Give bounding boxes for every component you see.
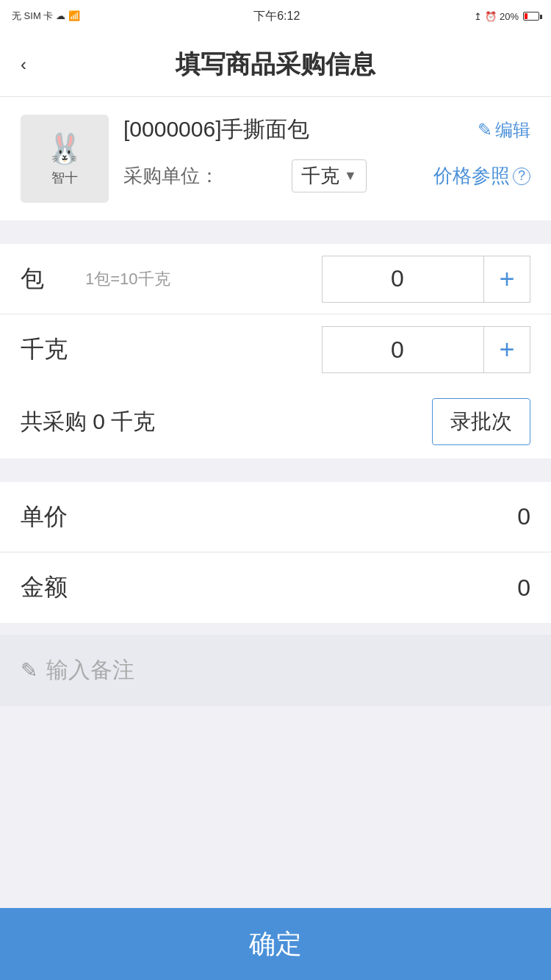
- price-reference-button[interactable]: 价格参照 ?: [433, 163, 530, 189]
- purchase-unit-label: 采购单位：: [123, 163, 219, 189]
- amount-label: 金额: [21, 572, 68, 604]
- battery-icon: [523, 12, 539, 21]
- kg-field-wrapper: +: [322, 326, 530, 373]
- input-section: 包 1包=10千克 + 千克 +: [0, 244, 551, 385]
- total-text: 共采购 0 千克: [21, 407, 155, 437]
- status-right: ↥ ⏰ 20%: [474, 11, 539, 22]
- product-owl-label: 智十: [51, 169, 78, 187]
- pack-plus-button[interactable]: +: [483, 256, 530, 303]
- pack-label: 包: [21, 263, 79, 295]
- dropdown-arrow-icon: ▼: [344, 168, 357, 184]
- confirm-label: 确定: [249, 926, 302, 962]
- product-name: [0000006]手撕面包: [123, 115, 309, 145]
- record-batch-button[interactable]: 录批次: [432, 398, 530, 445]
- unit-price-row: 单价 0: [0, 482, 551, 552]
- product-thumbnail: 🐰 智十: [21, 115, 109, 203]
- unit-price-label: 单价: [21, 501, 68, 533]
- back-button[interactable]: ‹: [21, 54, 26, 75]
- unit-price-value: 0: [517, 503, 530, 530]
- page-title: 填写商品采购信息: [176, 48, 375, 82]
- product-card: 🐰 智十 [0000006]手撕面包 ✎ 编辑 采购单位： 千克 ▼ 价格参照 …: [0, 97, 551, 220]
- total-section: 共采购 0 千克 录批次: [0, 385, 551, 458]
- kg-input-row: 千克 +: [0, 314, 551, 385]
- kg-label: 千克: [21, 334, 79, 366]
- edit-button[interactable]: ✎ 编辑: [478, 118, 530, 142]
- edit-icon: ✎: [478, 120, 492, 140]
- pack-field-wrapper: +: [322, 256, 530, 303]
- status-time: 下午6:12: [253, 9, 300, 24]
- product-info: [0000006]手撕面包 ✎ 编辑 采购单位： 千克 ▼ 价格参照 ?: [123, 115, 530, 192]
- pack-sub-label: 1包=10千克: [85, 268, 322, 290]
- nav-bar: ‹ 填写商品采购信息: [0, 32, 551, 97]
- amount-value: 0: [517, 574, 530, 602]
- pack-quantity-input[interactable]: [322, 256, 483, 303]
- price-section: 单价 0 金额 0: [0, 482, 551, 623]
- battery-percent: 20%: [500, 11, 519, 22]
- kg-plus-button[interactable]: +: [483, 326, 530, 373]
- location-icon: ↥: [474, 11, 482, 22]
- status-left: 无 SIM 卡 ☁ 📶: [12, 10, 80, 23]
- amount-row: 金额 0: [0, 552, 551, 623]
- status-bar: 无 SIM 卡 ☁ 📶 下午6:12 ↥ ⏰ 20%: [0, 0, 551, 32]
- pack-input-row: 包 1包=10千克 +: [0, 244, 551, 314]
- section-divider-1: [0, 232, 551, 244]
- remarks-placeholder: 输入备注: [46, 655, 134, 685]
- pencil-icon: ✎: [21, 658, 37, 682]
- bottom-space: [0, 706, 551, 853]
- confirm-button[interactable]: 确定: [0, 908, 551, 980]
- product-owl-icon: 🐰: [46, 131, 83, 166]
- alarm-icon: ⏰: [485, 11, 497, 22]
- section-divider-2: [0, 470, 551, 482]
- info-icon: ?: [513, 167, 530, 185]
- kg-quantity-input[interactable]: [322, 326, 483, 373]
- remarks-section[interactable]: ✎ 输入备注: [0, 635, 551, 706]
- unit-selector[interactable]: 千克 ▼: [292, 159, 367, 192]
